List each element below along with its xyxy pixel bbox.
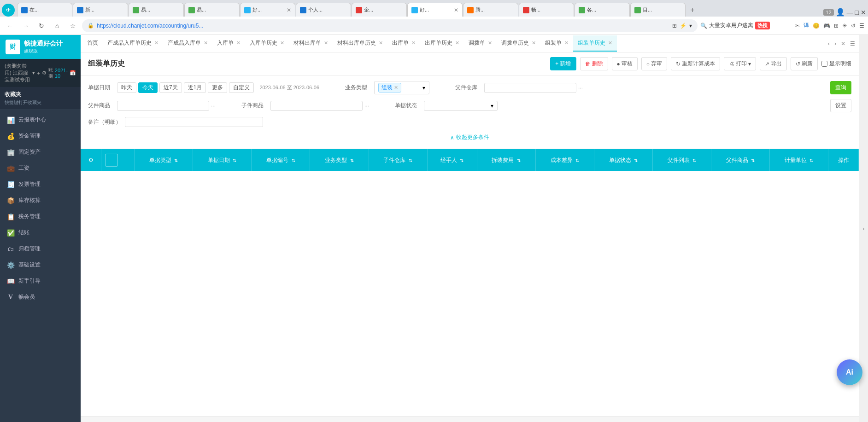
parent-goods-more[interactable]: ··· bbox=[211, 103, 216, 109]
qr-icon[interactable]: ⊞ bbox=[672, 23, 677, 29]
select-all-checkbox[interactable] bbox=[105, 154, 118, 167]
browser-tab-5[interactable]: 好... ✕ bbox=[240, 3, 295, 17]
week-btn[interactable]: 近7天 bbox=[159, 82, 182, 93]
tabs-more[interactable]: ☰ bbox=[848, 39, 857, 49]
parent-goods-input[interactable] bbox=[117, 101, 209, 111]
forward-button[interactable]: → bbox=[19, 19, 32, 32]
page-tab-finished-inbound-history[interactable]: 产成品入库单历史 ✕ bbox=[103, 35, 163, 52]
doc-status-dropdown[interactable]: ▾ bbox=[424, 101, 498, 111]
table-header-biz-type[interactable]: 业务类型 ⇅ bbox=[310, 149, 369, 171]
sidebar-item-closing[interactable]: ✅ 结账 bbox=[0, 225, 81, 241]
export-button[interactable]: ↗ 导出 bbox=[760, 57, 787, 70]
new-tab-button[interactable]: + bbox=[686, 4, 699, 17]
add-company-icon[interactable]: + bbox=[37, 70, 40, 76]
browser-tab-9[interactable]: 腾... bbox=[463, 3, 518, 17]
child-goods-input[interactable] bbox=[270, 101, 363, 111]
tab-close[interactable]: ✕ bbox=[236, 40, 240, 46]
table-settings-icon[interactable]: ⚙ bbox=[84, 154, 97, 167]
tabs-nav-left[interactable]: ‹ bbox=[826, 39, 832, 49]
table-header-settings[interactable]: ⚙ bbox=[81, 149, 101, 171]
page-tab-inbound-history[interactable]: 入库单历史 ✕ bbox=[245, 35, 289, 52]
sidebar-item-member[interactable]: V 畅会员 bbox=[0, 289, 81, 305]
sidebar-item-inventory[interactable]: 📦 库存核算 bbox=[0, 192, 81, 208]
page-tab-transfer[interactable]: 调拨单 ✕ bbox=[464, 35, 497, 52]
tab-close[interactable]: ✕ bbox=[608, 40, 612, 46]
undo-icon[interactable]: ↺ bbox=[851, 23, 856, 29]
sidebar-item-tax[interactable]: 📋 税务管理 bbox=[0, 208, 81, 225]
address-bar[interactable]: 🔒 https://cloud.chanjet.com/accounting/u… bbox=[82, 19, 698, 32]
show-detail-input[interactable] bbox=[821, 61, 827, 67]
browser-tab-10[interactable]: 畅... bbox=[519, 3, 574, 17]
browser-tab-3[interactable]: 易... bbox=[129, 3, 184, 17]
menu-icon[interactable]: ☰ bbox=[859, 23, 864, 29]
page-tab-material-outbound[interactable]: 材料出库单 ✕ bbox=[289, 35, 333, 52]
tab-close[interactable]: ✕ bbox=[280, 40, 284, 46]
show-detail-checkbox[interactable]: 显示明细 bbox=[821, 60, 851, 68]
page-tab-outbound-history[interactable]: 出库单历史 ✕ bbox=[420, 35, 464, 52]
table-header-checkbox[interactable] bbox=[101, 149, 135, 171]
browser-tab-4[interactable]: 易... bbox=[184, 3, 240, 17]
browser-tab-6[interactable]: 个人... bbox=[296, 3, 351, 17]
minimize-button[interactable]: — bbox=[847, 9, 853, 16]
back-button[interactable]: ← bbox=[4, 19, 17, 32]
tab-close[interactable]: ✕ bbox=[204, 40, 208, 46]
translate-icon[interactable]: 译 bbox=[803, 22, 809, 29]
maximize-button[interactable]: □ bbox=[855, 9, 859, 16]
page-tab-material-outbound-history[interactable]: 材料出库单历史 ✕ bbox=[333, 35, 387, 52]
refresh-button[interactable]: ↺ 刷新 bbox=[791, 57, 818, 70]
yesterday-btn[interactable]: 昨天 bbox=[117, 82, 136, 93]
profile-icon[interactable]: 👤 bbox=[836, 8, 845, 17]
grid-icon[interactable]: ⊞ bbox=[834, 23, 839, 29]
settings-company-icon[interactable]: ⚙ bbox=[42, 70, 47, 76]
child-goods-more[interactable]: ··· bbox=[364, 103, 369, 109]
tab-close[interactable]: ✕ bbox=[379, 40, 383, 46]
game-icon[interactable]: 🎮 bbox=[823, 23, 830, 29]
table-header-doc-type[interactable]: 单据类型 ⇅ bbox=[135, 149, 193, 171]
page-tab-home[interactable]: 首页 bbox=[82, 35, 103, 52]
browser-tab-8[interactable]: 好... ✕ bbox=[407, 3, 463, 17]
page-tab-finished-inbound[interactable]: 产成品入库单 ✕ bbox=[163, 35, 212, 52]
page-tab-outbound[interactable]: 出库单 ✕ bbox=[387, 35, 420, 52]
table-header-cost-diff[interactable]: 成本差异 ⇅ bbox=[535, 149, 594, 171]
table-header-child-warehouse[interactable]: 子件仓库 ⇅ bbox=[369, 149, 427, 171]
tab-close[interactable]: ✕ bbox=[154, 40, 158, 46]
tab-close[interactable]: ✕ bbox=[488, 40, 492, 46]
remark-input[interactable] bbox=[125, 117, 263, 127]
collapse-button[interactable]: ∧ 收起更多条件 bbox=[88, 132, 851, 143]
page-tab-inbound[interactable]: 入库单 ✕ bbox=[212, 35, 245, 52]
page-tab-transfer-history[interactable]: 调拨单历史 ✕ bbox=[497, 35, 540, 52]
sidebar-item-cloud-reports[interactable]: 📊 云报表中心 bbox=[0, 112, 81, 128]
parent-warehouse-more[interactable]: ··· bbox=[578, 85, 583, 91]
browser-tab-12[interactable]: 目... bbox=[630, 3, 686, 17]
month-btn[interactable]: 近1月 bbox=[184, 82, 206, 93]
table-header-doc-status[interactable]: 单据状态 ⇅ bbox=[594, 149, 652, 171]
close-window-button[interactable]: ✕ bbox=[861, 9, 866, 16]
browser-tab-2[interactable]: 新... bbox=[73, 3, 128, 17]
parent-warehouse-input[interactable] bbox=[484, 83, 576, 93]
table-header-handler[interactable]: 经手人 ⇅ bbox=[427, 149, 477, 171]
abandon-button[interactable]: ○ 弃审 bbox=[641, 57, 667, 70]
sidebar-item-guide[interactable]: 📖 新手引导 bbox=[0, 273, 81, 289]
tabs-nav-right[interactable]: › bbox=[833, 39, 838, 49]
tab-close[interactable]: ✕ bbox=[324, 40, 328, 46]
table-header-unit[interactable]: 计量单位 ⇅ bbox=[770, 149, 828, 171]
tab-close-5[interactable]: ✕ bbox=[287, 7, 291, 13]
print-button[interactable]: 🖨 打印 ▾ bbox=[724, 57, 756, 70]
dropdown-arrow-icon[interactable]: ▾ bbox=[689, 23, 692, 29]
lightning-icon[interactable]: ⚡ bbox=[680, 23, 686, 29]
refresh-browser-button[interactable]: ↻ bbox=[35, 19, 48, 32]
home-button[interactable]: ⌂ bbox=[51, 19, 64, 32]
bookmark-button[interactable]: ☆ bbox=[66, 19, 79, 32]
settings-button[interactable]: 设置 bbox=[830, 99, 851, 112]
calendar-icon[interactable]: 📅 bbox=[70, 70, 76, 76]
tabs-close-all[interactable]: ✕ bbox=[839, 39, 847, 49]
tab-close[interactable]: ✕ bbox=[455, 40, 459, 46]
table-header-dismantle-fee[interactable]: 拆装费用 ⇅ bbox=[477, 149, 535, 171]
new-button[interactable]: + 新增 bbox=[550, 57, 576, 70]
table-header-parent-goods[interactable]: 父件商品 ⇅ bbox=[711, 149, 769, 171]
sidebar-item-salary[interactable]: 💼 工资 bbox=[0, 160, 81, 176]
biz-type-dropdown[interactable]: 组装 ✕ ▾ bbox=[374, 81, 429, 94]
page-tab-assembly-history[interactable]: 组装单历史 ✕ bbox=[573, 35, 617, 52]
table-header-doc-date[interactable]: 单据日期 ⇅ bbox=[193, 149, 252, 171]
query-button[interactable]: 查询 bbox=[830, 81, 851, 94]
